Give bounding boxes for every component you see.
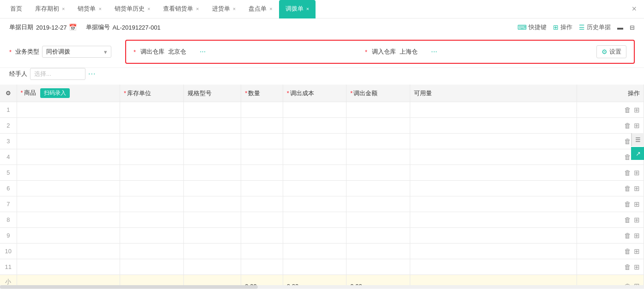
delete-row-btn[interactable]: 🗑 — [624, 184, 631, 192]
cell-available[interactable] — [410, 228, 577, 244]
cell-unit[interactable] — [120, 228, 184, 244]
business-type-input[interactable]: 同价调拨 ▾ — [42, 46, 111, 58]
cell-unit[interactable] — [120, 212, 184, 228]
col-gear[interactable]: ⚙ — [0, 85, 17, 102]
cell-product[interactable] — [17, 244, 120, 259]
handler-more-icon[interactable]: ··· — [88, 70, 96, 78]
tab-home[interactable]: 首页 — [4, 0, 29, 18]
close-tab-inventory-check[interactable]: × — [269, 6, 272, 12]
cell-product[interactable] — [17, 259, 120, 275]
cell-cost[interactable] — [283, 118, 346, 134]
cell-spec[interactable] — [183, 259, 241, 275]
shortcuts-btn[interactable]: ⌨ 快捷键 — [517, 23, 547, 31]
cell-amount[interactable] — [346, 228, 410, 244]
cell-unit[interactable] — [120, 181, 184, 196]
cell-available[interactable] — [410, 149, 577, 165]
copy-row-btn[interactable]: ⊞ — [634, 169, 640, 177]
cell-amount[interactable] — [346, 259, 410, 275]
cell-unit[interactable] — [120, 244, 184, 259]
close-all-tabs[interactable]: × — [628, 4, 640, 14]
cell-amount[interactable] — [346, 102, 410, 118]
cell-available[interactable] — [410, 118, 577, 134]
cell-qty[interactable] — [241, 181, 283, 196]
cell-product[interactable] — [17, 134, 120, 149]
settings-btn[interactable]: ⚙ 设置 — [596, 45, 626, 58]
tab-inventory-init[interactable]: 库存期初 × — [29, 0, 71, 18]
delete-row-btn[interactable]: 🗑 — [624, 169, 631, 177]
close-tab-sales-history[interactable]: × — [147, 6, 150, 12]
cell-qty[interactable] — [241, 244, 283, 259]
copy-row-btn[interactable]: ⊞ — [634, 216, 640, 224]
cell-unit[interactable] — [120, 196, 184, 212]
handler-input[interactable]: 选择... — [30, 68, 85, 80]
cell-amount[interactable] — [346, 244, 410, 259]
cell-qty[interactable] — [241, 165, 283, 181]
delete-row-btn[interactable]: 🗑 — [624, 106, 631, 114]
delete-row-btn[interactable]: 🗑 — [624, 122, 631, 129]
tab-view-sales[interactable]: 查看销货单 × — [157, 0, 205, 18]
copy-row-btn[interactable]: ⊞ — [634, 184, 640, 193]
cell-spec[interactable] — [183, 196, 241, 212]
history-btn[interactable]: ☰ 历史单据 — [579, 23, 611, 31]
cell-cost[interactable] — [283, 165, 346, 181]
tab-purchase-order[interactable]: 进货单 × — [206, 0, 242, 18]
out-warehouse-more-icon[interactable]: ··· — [200, 48, 206, 56]
cell-spec[interactable] — [183, 149, 241, 165]
operations-btn[interactable]: ⊞ 操作 — [553, 23, 572, 31]
delete-row-btn[interactable]: 🗑 — [624, 216, 631, 224]
cell-cost[interactable] — [283, 181, 346, 196]
cell-qty[interactable] — [241, 228, 283, 244]
cell-qty[interactable] — [241, 196, 283, 212]
cell-available[interactable] — [410, 181, 577, 196]
float-export-btn[interactable]: ↗ — [631, 147, 644, 160]
cell-available[interactable] — [410, 259, 577, 275]
copy-row-btn[interactable]: ⊞ — [634, 263, 640, 271]
cell-available[interactable] — [410, 165, 577, 181]
cell-amount[interactable] — [346, 165, 410, 181]
cell-cost[interactable] — [283, 228, 346, 244]
calendar-icon[interactable]: 📅 — [69, 24, 77, 31]
cell-unit[interactable] — [120, 134, 184, 149]
cell-amount[interactable] — [346, 134, 410, 149]
cell-qty[interactable] — [241, 149, 283, 165]
cell-spec[interactable] — [183, 228, 241, 244]
copy-row-btn[interactable]: ⊞ — [634, 232, 640, 240]
cell-qty[interactable] — [241, 118, 283, 134]
cell-product[interactable] — [17, 228, 120, 244]
cell-unit[interactable] — [120, 259, 184, 275]
cell-product[interactable] — [17, 196, 120, 212]
cell-cost[interactable] — [283, 259, 346, 275]
delete-row-btn[interactable]: 🗑 — [624, 137, 631, 145]
close-tab-view-sales[interactable]: × — [196, 6, 199, 12]
tab-inventory-check[interactable]: 盘点单 × — [242, 0, 279, 18]
close-tab-sales-order[interactable]: × — [98, 6, 101, 12]
cell-amount[interactable] — [346, 196, 410, 212]
cell-unit[interactable] — [120, 102, 184, 118]
scrollbar-thumb[interactable] — [0, 285, 258, 289]
delete-row-btn[interactable]: 🗑 — [624, 232, 631, 239]
cell-cost[interactable] — [283, 134, 346, 149]
tab-sales-history[interactable]: 销货单历史 × — [108, 0, 157, 18]
cell-spec[interactable] — [183, 102, 241, 118]
cell-qty[interactable] — [241, 134, 283, 149]
cell-qty[interactable] — [241, 259, 283, 275]
cell-spec[interactable] — [183, 165, 241, 181]
cell-unit[interactable] — [120, 149, 184, 165]
copy-row-btn[interactable]: ⊞ — [634, 122, 640, 130]
cell-amount[interactable] — [346, 149, 410, 165]
close-tab-inventory-init[interactable]: × — [62, 6, 65, 12]
cell-amount[interactable] — [346, 212, 410, 228]
cell-product[interactable] — [17, 165, 120, 181]
cell-available[interactable] — [410, 102, 577, 118]
tab-transfer-order[interactable]: 调拨单 × — [279, 0, 316, 18]
cell-product[interactable] — [17, 149, 120, 165]
cell-available[interactable] — [410, 244, 577, 259]
scan-button[interactable]: 扫码录入 — [40, 88, 70, 98]
close-tab-purchase-order[interactable]: × — [233, 6, 236, 12]
cell-spec[interactable] — [183, 134, 241, 149]
cell-cost[interactable] — [283, 196, 346, 212]
copy-row-btn[interactable]: ⊞ — [634, 247, 640, 256]
delete-row-btn[interactable]: 🗑 — [624, 200, 631, 208]
horizontal-scrollbar[interactable] — [0, 285, 644, 289]
cell-unit[interactable] — [120, 165, 184, 181]
